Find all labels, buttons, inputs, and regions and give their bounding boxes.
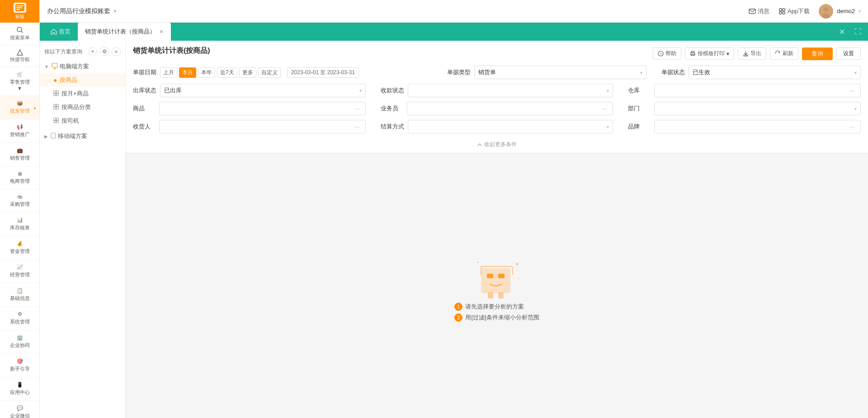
date-range-display[interactable]: 2023-03-01 至 2023-03-31: [287, 67, 359, 78]
help-btn[interactable]: ? 帮助: [653, 48, 681, 60]
sidebar-item-marketing[interactable]: 📢 营销推广: [0, 119, 39, 143]
export-icon: [743, 51, 749, 57]
tab-close-action[interactable]: ✕: [835, 25, 848, 38]
doc-status-select[interactable]: 已生效 ▾: [689, 66, 861, 79]
search-icon: [16, 26, 24, 33]
svg-text:✦: ✦: [476, 261, 480, 265]
sidebar-item-ecommerce[interactable]: 🖥 电商管理: [0, 166, 39, 190]
marketing-label: 营销推广: [10, 131, 30, 138]
consignee-dots[interactable]: ···: [353, 123, 362, 130]
filter-area: 销货单统计计表(按商品) ? 帮助: [126, 41, 868, 153]
query-btn[interactable]: 查询: [802, 48, 833, 60]
ecommerce-label: 电商管理: [10, 178, 30, 185]
date-this-month-btn[interactable]: 本月: [179, 67, 196, 78]
department-label: 部门: [628, 104, 651, 113]
user-section[interactable]: demo2 ▾: [819, 4, 861, 19]
sales-label: 销售管理: [10, 155, 30, 162]
tab-close-btn[interactable]: ✕: [159, 28, 164, 35]
filter-divider-4: [620, 84, 621, 97]
svg-text:?: ?: [660, 52, 662, 56]
brand-label: 品牌: [628, 123, 651, 131]
svg-rect-28: [54, 121, 56, 123]
collapse-more-btn[interactable]: 收起更多条件: [133, 138, 861, 153]
tree-parent-mobile[interactable]: ▶ 移动端方案: [40, 129, 125, 143]
print-btn[interactable]: 按模板打印 ▾: [685, 48, 734, 60]
date-this-year-btn[interactable]: 本年: [198, 67, 215, 78]
message-action[interactable]: 消息: [749, 7, 769, 15]
search-menu-item[interactable]: 搜索菜单: [0, 23, 39, 45]
filter-row-3: 商品 ··· 业务员: [133, 102, 861, 115]
warehouse-control: ···: [654, 84, 861, 97]
warehouse-dots[interactable]: ···: [848, 87, 857, 94]
empty-text-area: 1 请先选择要分析的方案 2 用[过滤]条件来缩小分析范围: [454, 303, 539, 322]
print-dropdown-icon[interactable]: ▾: [726, 51, 729, 57]
wechat-icon: 💬: [17, 405, 23, 411]
add-scheme-btn[interactable]: +: [88, 47, 97, 56]
tree-child-by-month-product[interactable]: 按月+商品: [40, 87, 125, 100]
svg-rect-20: [54, 94, 56, 96]
quick-nav-item[interactable]: 快捷导航: [0, 45, 39, 67]
hint-2-num: 2: [454, 314, 462, 322]
payment-method-arrow: ▾: [607, 124, 609, 129]
tree-child-by-simi[interactable]: 按司机: [40, 114, 125, 128]
tree-child-by-product-category[interactable]: 按商品分类: [40, 100, 125, 114]
tab-fullscreen-action[interactable]: ⛶: [852, 25, 864, 38]
brand-dots[interactable]: ···: [848, 123, 857, 130]
department-select[interactable]: ▾: [654, 102, 861, 115]
tree-child-by-product[interactable]: ● 按商品: [40, 73, 125, 87]
ecommerce-icon: 🖥: [17, 171, 22, 176]
sidebar-item-retail[interactable]: 🛒 零售管理: [0, 67, 39, 96]
tab-sales-stat-label: 销货单统计计表（按商品）: [85, 28, 156, 36]
date-custom-btn[interactable]: 自定义: [258, 67, 281, 78]
app-logo[interactable]: 标版: [0, 0, 39, 23]
quicknav-label: 快捷导航: [10, 56, 30, 63]
collect-status-select[interactable]: ▾: [408, 84, 613, 97]
salesperson-select[interactable]: ···: [407, 102, 613, 115]
help-label: 帮助: [665, 50, 676, 57]
refresh-btn[interactable]: 刷新: [770, 48, 798, 60]
sidebar-item-sales[interactable]: 💼 销售管理: [0, 143, 39, 166]
svg-rect-22: [54, 104, 56, 107]
date-last-7-days-btn[interactable]: 近7天: [217, 67, 237, 78]
sidebar-item-finance[interactable]: 💰 资金管理: [0, 236, 39, 260]
sidebar-item-system[interactable]: ⚙ 系统管理: [0, 307, 39, 330]
warehouse-select[interactable]: ···: [654, 84, 861, 97]
consignee-select[interactable]: ···: [159, 120, 366, 133]
product-select[interactable]: ···: [159, 102, 366, 115]
sidebar-item-purchase[interactable]: 🛍 采购管理: [0, 190, 39, 213]
date-more-btn[interactable]: 更多: [239, 67, 256, 78]
date-last-month-btn[interactable]: 上月: [160, 67, 177, 78]
salesperson-dots[interactable]: ···: [600, 105, 609, 112]
tree-parent-pc[interactable]: ▼ 电脑端方案: [40, 60, 125, 73]
svg-rect-21: [57, 94, 59, 96]
settings-btn[interactable]: 设置: [836, 48, 861, 60]
sidebar-item-operations[interactable]: 📈 经营管理: [0, 260, 39, 283]
sidebar-item-enterprise[interactable]: 🏢 企业协同: [0, 330, 39, 354]
payment-method-select[interactable]: ▾: [408, 120, 613, 133]
export-btn[interactable]: 导出: [738, 48, 766, 60]
sidebar-item-wechat[interactable]: 💬 企业微信: [0, 401, 39, 418]
system-label: 系统管理: [10, 318, 30, 325]
sidebar-item-basic[interactable]: 📋 基础信息: [0, 283, 39, 307]
tab-home[interactable]: 首页: [43, 23, 78, 41]
sidebar-item-newbie[interactable]: 🎯 新手引导: [0, 354, 39, 377]
svg-rect-39: [498, 274, 505, 278]
industry-dropdown-icon[interactable]: ▾: [114, 9, 116, 14]
filter-department: 部门 ▾: [628, 102, 861, 115]
settings-scheme-btn[interactable]: ⚙: [100, 47, 109, 56]
sidebar-item-inventory[interactable]: 📊 库存核算: [0, 213, 39, 236]
sidebar-item-appcenter[interactable]: 📱 应用中心: [0, 377, 39, 401]
app-download-label: App下载: [788, 7, 810, 15]
product-dots[interactable]: ···: [353, 105, 362, 112]
payment-method-control: ▾: [408, 120, 613, 133]
pc-icon: [52, 63, 58, 71]
out-status-select[interactable]: 已出库 ▾: [160, 84, 366, 97]
tab-sales-stat[interactable]: 销货单统计计表（按商品） ✕: [78, 23, 171, 41]
app-download-action[interactable]: App下载: [778, 7, 810, 15]
doc-type-select[interactable]: 销货单 ▾: [474, 66, 646, 79]
brand-select[interactable]: ···: [654, 120, 861, 133]
left-panel: 按以下方案查询 + ⚙ « ▼: [40, 41, 126, 418]
sidebar-item-wholesale[interactable]: 📦 批发管理: [0, 96, 39, 119]
collapse-panel-btn[interactable]: «: [112, 47, 121, 56]
enterprise-label: 企业协同: [10, 342, 30, 349]
